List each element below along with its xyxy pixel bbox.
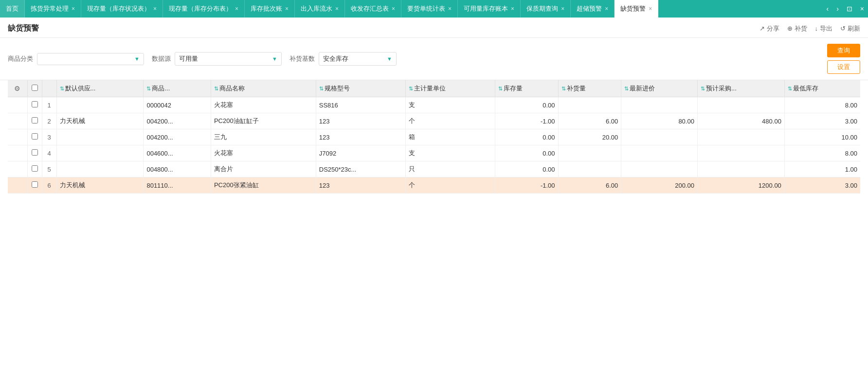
sort-icon-product_code[interactable]: ⇅	[146, 86, 151, 91]
sort-icon-unit[interactable]: ⇅	[409, 86, 413, 91]
cell-latest_price-2	[621, 129, 698, 145]
row-checkbox-5[interactable]	[32, 181, 38, 188]
replenish-base-select[interactable]: 安全库存 ▼	[319, 52, 397, 66]
tab-demand-stats[interactable]: 要货单统计表×	[401, 0, 458, 18]
cell-default_supplier-0	[56, 97, 144, 113]
tab-shortage[interactable]: 缺货预警×	[615, 0, 658, 18]
cell-est_purchase-4	[697, 161, 784, 177]
sort-icon-stock_qty[interactable]: ⇅	[498, 86, 503, 91]
sort-icon-spec[interactable]: ⇅	[319, 86, 324, 91]
tab-proc-abnormal[interactable]: 拣货异常处理×	[25, 0, 81, 18]
row-gear-1	[8, 113, 27, 129]
page-content: 缺货预警 ↗ 分享 ⊕ 补货 ↓ 导出 ↺ 刷新 商品分类	[0, 18, 868, 387]
sort-icon-replenish_qty[interactable]: ⇅	[561, 86, 566, 91]
header-actions: ↗ 分享 ⊕ 补货 ↓ 导出 ↺ 刷新	[760, 24, 861, 33]
query-button[interactable]: 查询	[827, 44, 860, 57]
tab-close-recv-summary[interactable]: ×	[392, 5, 395, 12]
tab-restore-btn[interactable]: ⊡	[843, 0, 856, 18]
gear-icon[interactable]: ⚙	[14, 85, 20, 92]
row-checkbox-2[interactable]	[32, 133, 38, 140]
tab-close-proc-abnormal[interactable]: ×	[72, 5, 75, 12]
tab-inventory-dist[interactable]: 现存量（库存分布表）×	[163, 0, 245, 18]
cell-product_name-0: 火花塞	[211, 97, 316, 113]
tab-nav-buttons: ‹ › ⊡ ×	[822, 0, 868, 18]
tab-close-overstock[interactable]: ×	[605, 5, 608, 12]
cell-min_stock-0: 8.00	[784, 97, 860, 113]
sort-icon-min_stock[interactable]: ⇅	[788, 86, 792, 91]
tab-prev-btn[interactable]: ‹	[822, 0, 832, 18]
refresh-button[interactable]: ↺ 刷新	[840, 24, 860, 33]
row-check-0[interactable]	[27, 97, 42, 113]
row-checkbox-1[interactable]	[32, 117, 38, 123]
row-checkbox-3[interactable]	[32, 149, 38, 156]
row-check-3[interactable]	[27, 145, 42, 161]
sort-icon-latest_price[interactable]: ⇅	[624, 86, 629, 91]
sort-icon-product_name[interactable]: ⇅	[214, 86, 218, 91]
tab-close-btn[interactable]: ×	[856, 0, 868, 18]
tab-home[interactable]: 首页	[0, 0, 25, 18]
th-default_supplier: ⇅默认供应...	[56, 80, 144, 97]
cell-spec-2: 123	[316, 129, 406, 145]
table-row[interactable]: 4004600...火花塞J7092支0.008.00	[8, 145, 860, 161]
table-row[interactable]: 2力天机械004200...PC200油缸缸子123个-1.006.0080.0…	[8, 113, 860, 129]
page-title: 缺货预警	[8, 23, 39, 34]
sort-icon-est_purchase[interactable]: ⇅	[701, 86, 705, 91]
tab-in-out-flow[interactable]: 出入库流水×	[295, 0, 345, 18]
tab-next-btn[interactable]: ›	[832, 0, 843, 18]
tab-overstock[interactable]: 超储预警×	[571, 0, 615, 18]
datasource-select[interactable]: 可用量 ▼	[175, 52, 282, 66]
cell-product_code-5: 801110...	[144, 177, 211, 194]
export-button[interactable]: ↓ 导出	[815, 24, 833, 33]
tab-close-batch-account[interactable]: ×	[285, 5, 289, 12]
datasource-label: 数据源	[152, 54, 171, 63]
tab-close-inventory-dist[interactable]: ×	[235, 5, 238, 12]
row-checkbox-4[interactable]	[32, 165, 38, 172]
row-gear-4	[8, 161, 27, 177]
row-num-2: 3	[42, 129, 56, 145]
tab-label-shortage: 缺货预警	[620, 4, 646, 13]
tab-close-in-out-flow[interactable]: ×	[335, 5, 339, 12]
share-button[interactable]: ↗ 分享	[760, 24, 779, 33]
table-row[interactable]: 10000042火花塞SS816支0.008.00	[8, 97, 860, 113]
replenish-button[interactable]: ⊕ 补货	[787, 24, 807, 33]
th-replenish_qty: ⇅补货量	[558, 80, 621, 97]
tab-close-expiry-query[interactable]: ×	[561, 5, 564, 12]
category-select[interactable]: ▼	[37, 53, 144, 65]
th-gear[interactable]: ⚙	[8, 80, 27, 97]
cell-stock_qty-3: 0.00	[495, 145, 558, 161]
row-checkbox-0[interactable]	[32, 101, 38, 107]
sort-icon-default_supplier[interactable]: ⇅	[60, 86, 64, 91]
cell-unit-0: 支	[406, 97, 495, 113]
tab-close-shortage[interactable]: ×	[649, 5, 652, 12]
tab-inventory-status[interactable]: 现存量（库存状况表）×	[81, 0, 163, 18]
row-check-2[interactable]	[27, 129, 42, 145]
row-check-5[interactable]	[27, 177, 42, 194]
tab-recv-summary[interactable]: 收发存汇总表×	[345, 0, 401, 18]
row-check-1[interactable]	[27, 113, 42, 129]
row-check-4[interactable]	[27, 161, 42, 177]
th-check[interactable]	[27, 80, 42, 97]
page-header: 缺货预警 ↗ 分享 ⊕ 补货 ↓ 导出 ↺ 刷新	[0, 18, 868, 38]
tab-close-available-ledger[interactable]: ×	[511, 5, 514, 12]
table-row[interactable]: 3004200...三九123箱0.0020.0010.00	[8, 129, 860, 145]
table-row[interactable]: 6力天机械801110...PC200张紧油缸123个-1.006.00200.…	[8, 177, 860, 194]
cell-product_name-1: PC200油缸缸子	[211, 113, 316, 129]
table-row[interactable]: 5004800...离合片DS250*23c...只0.001.00	[8, 161, 860, 177]
cell-unit-2: 箱	[406, 129, 495, 145]
cell-replenish_qty-1: 6.00	[558, 113, 621, 129]
cell-est_purchase-5: 1200.00	[697, 177, 784, 194]
cell-product_code-2: 004200...	[144, 129, 211, 145]
tab-close-inventory-status[interactable]: ×	[153, 5, 157, 12]
refresh-icon: ↺	[840, 25, 846, 32]
cell-replenish_qty-4	[558, 161, 621, 177]
category-arrow-icon: ▼	[134, 56, 140, 62]
table-container: ⚙⇅默认供应...⇅商品...⇅商品名称⇅规格型号⇅主计量单位⇅库存量⇅补货量⇅…	[0, 80, 868, 201]
tab-close-demand-stats[interactable]: ×	[448, 5, 452, 12]
tab-label-demand-stats: 要货单统计表	[407, 4, 445, 13]
tab-available-ledger[interactable]: 可用量库存账本×	[458, 0, 521, 18]
tab-expiry-query[interactable]: 保质期查询×	[521, 0, 571, 18]
row-num-0: 1	[42, 97, 56, 113]
select-all-checkbox[interactable]	[32, 85, 38, 91]
tab-batch-account[interactable]: 库存批次账×	[245, 0, 295, 18]
settings-button[interactable]: 设置	[827, 60, 860, 74]
